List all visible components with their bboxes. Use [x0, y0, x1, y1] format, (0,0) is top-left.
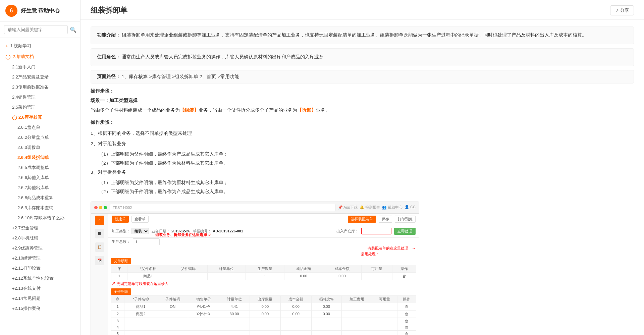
minus-icon: ◯ — [5, 54, 11, 59]
step3: 3、对于拆类业务 — [91, 168, 634, 177]
sidebar-item-print[interactable]: + 2.11打印设置 — [0, 263, 80, 273]
mock-btn-save[interactable]: 保存 — [379, 216, 392, 223]
sidebar-item-ops[interactable]: + 2.10经营管理 — [0, 253, 80, 263]
sidebar-item-video[interactable]: + 1.视频学习 — [0, 41, 80, 51]
step2b: （2）下部明细为子件明细，最终作为原材料生成其它出库单。 — [91, 159, 634, 168]
mock-top-toolbar: 新建单 查看单 选择装配清单 保存 打印预览 — [108, 214, 419, 225]
path-block: 页面路径： 1、库存核算->库存管理->组装拆卸单 2、首页->常用功能 — [91, 70, 634, 83]
path-text: 1、库存核算->库存管理->组装拆卸单 2、首页->常用功能 — [122, 74, 239, 79]
sidebar-item-docs[interactable]: ◯ 2.帮助文档 — [0, 51, 80, 62]
path-label: 页面路径： — [97, 74, 120, 79]
table-row: 5🗑 — [111, 330, 416, 335]
mock-warehouse-input[interactable] — [361, 228, 391, 234]
sidebar-item-cost-calc[interactable]: 2.6.8商品成本重算 — [0, 193, 80, 203]
mock-lower-table: 子件明细 序 *子件名称 子件编码 销售单价 计量单位 出 — [108, 287, 419, 335]
mock-upper-table-grid: 序 *父件名称 父件编码 计量单位 生产数量 成品金额 成本金额 可用量 操作 — [111, 265, 416, 280]
mock-confirm-btn[interactable]: 立即处理 — [394, 228, 416, 235]
table-row: 1 商品1 1 0.00 0.00 🗑 — [111, 272, 416, 280]
sidebar-item-newcomer[interactable]: 2.1新手入门 — [0, 62, 80, 72]
mock-count-label: 生产总数： — [112, 239, 130, 244]
mock-icon-4: 📅 — [95, 256, 104, 265]
plus-icon-ops: + — [12, 256, 15, 261]
main-content: 组装拆卸单 ↗ 分享 功能介绍： 组装拆卸单用来处理企业组装或拆卸等加工业务，支… — [80, 0, 644, 335]
main-header: 组装拆卸单 ↗ 分享 — [80, 0, 644, 20]
sidebar-item-coupon[interactable]: + 2.9优惠券管理 — [0, 243, 80, 253]
sidebar-item-split[interactable]: 2.6.2分量盘点单 — [0, 132, 80, 143]
sidebar-item-stock-check[interactable]: 2.6.9库存账本查询 — [0, 203, 80, 213]
sidebar-item-error[interactable]: 2.6.10库存账本错了么办 — [0, 213, 80, 223]
mock-upper-label: 父件明细 — [111, 258, 131, 264]
content-area: 功能介绍： 组装拆卸单用来处理企业组装或拆卸等加工业务，支持有固定装配清单的产品… — [80, 20, 644, 335]
mock-right-area: 新建单 查看单 选择装配清单 保存 打印预览 加工类型： — [108, 214, 419, 335]
mock-type-select[interactable]: 组装 拆卸 — [131, 228, 149, 234]
ops-title: 操作步骤： — [91, 88, 634, 94]
logo-icon: 6 — [5, 5, 17, 17]
intro-block: 功能介绍： 组装拆卸单用来处理企业组装或拆卸等加工业务，支持有固定装配清单的产品… — [91, 26, 634, 44]
scene1-title: 场景一：加工类型选择 — [91, 98, 634, 104]
mock-right-form-fields: 出入库仓库： 立即处理 — [246, 228, 416, 235]
step1: 1、根据不同的业务，选择不同单据的类型来处理 — [91, 129, 634, 138]
sidebar-item-inventory[interactable]: ◯ 2.6库存核算 — [0, 112, 80, 122]
table-row: 2 商品2 ¥小计~¥ 30.00 0.00 0.00 0.00 — [111, 310, 416, 318]
sidebar-logo: 6 好生意 帮助中心 — [0, 0, 80, 22]
plus-icon-coupon: + — [12, 246, 15, 251]
mock-warehouse-label: 出入库仓库： — [336, 229, 359, 234]
mock-tab-view[interactable]: 查看单 — [131, 216, 149, 223]
table-row: 4🗑 — [111, 324, 416, 330]
mock-count-input[interactable] — [133, 238, 160, 245]
search-input[interactable] — [4, 25, 68, 34]
scene1-desc: 当由多个子件材料组装成一个成品的业务为【组装】业务，当由一个父件拆分成多个子产品… — [91, 106, 634, 115]
sidebar-item-cost[interactable]: 2.6.5成本调整单 — [0, 163, 80, 173]
share-icon: ↗ — [615, 8, 619, 13]
sidebar-item-faq[interactable]: + 2.14常见问题 — [0, 293, 80, 303]
sidebar-item-other-in[interactable]: 2.6.6其他入库单 — [0, 173, 80, 183]
plus-icon: + — [5, 43, 8, 49]
search-button[interactable]: 🔍 — [70, 26, 76, 33]
sidebar-item-other-out[interactable]: 2.6.7其他出库单 — [0, 183, 80, 193]
screenshot-container: TEST-H002 📌 App下载 🔔 检测报告 👥 帮助中心 👤 CC ⌂ ☰ — [91, 202, 419, 335]
step3a: （1）上部明细为父件明细，最终作为原材料生成其它出库单； — [91, 178, 634, 187]
mock-tab-new[interactable]: 新建单 — [112, 216, 129, 223]
step2a: （1）上部明细为父件明细，最终作为产成品生成其它入库单； — [91, 150, 634, 159]
share-button[interactable]: ↗ 分享 — [610, 5, 634, 15]
sidebar-item-example[interactable]: + 2.15操作案例 — [0, 303, 80, 314]
mock-btn-select-bom[interactable]: 选择装配清单 — [348, 216, 376, 223]
sidebar-item-sales[interactable]: 2.4销售管理 — [0, 92, 80, 102]
plus-icon-finance: + — [12, 226, 15, 231]
mock-icon-2: ☰ — [95, 229, 104, 238]
sidebar: 6 好生意 帮助中心 🔍 + 1.视频学习 ◯ 2.帮助文档 2.1新手入门 2… — [0, 0, 80, 335]
role-label: 使用角色： — [97, 54, 120, 59]
page-title: 组装拆卸单 — [91, 5, 127, 15]
search-box: 🔍 — [0, 22, 80, 38]
role-block: 使用角色： 通常由生产人员或库管人员完成拆装业务的操作，库管人员确认原材料的出库… — [91, 48, 634, 66]
mock-url-bar: TEST-H002 — [110, 204, 335, 211]
sidebar-item-data[interactable]: 2.3使用前数据准备 — [0, 82, 80, 92]
sidebar-item-finance[interactable]: + 2.7资金管理 — [0, 223, 80, 233]
sidebar-item-adjust[interactable]: 2.6.3调拨单 — [0, 143, 80, 153]
mock-annotation-assembly: 组装业务、拆卸业务在这里选择 ↙ — [155, 232, 212, 237]
mock-form-area: 加工类型： 组装 拆卸 业务日期： 2019-12-26 — [108, 225, 419, 238]
sidebar-item-assembly[interactable]: 2.6.4组装拆卸单 — [0, 153, 80, 163]
role-text: 通常由生产人员或库管人员完成拆装业务的操作，库管人员确认原材料的出库和产成品的入… — [122, 54, 324, 59]
sidebar-item-install[interactable]: 2.2产品安装及登录 — [0, 72, 80, 82]
mock-app-shell: ⌂ ☰ 📋 📅 新建单 查看单 选择装配清单 保存 — [91, 214, 419, 335]
step2: 2、对于组装业务 — [91, 139, 634, 148]
mock-home-icon: ⌂ — [95, 216, 104, 225]
ops-steps-title: 操作步骤： — [91, 119, 634, 125]
sidebar-item-custom[interactable]: + 2.12系统个性化设置 — [0, 273, 80, 283]
mock-icon-3: 📋 — [95, 242, 104, 252]
sidebar-item-purchase[interactable]: 2.5采购管理 — [0, 102, 80, 112]
mock-bom-annotation: 有装配清单的在这里处理 → — [112, 245, 416, 252]
plus-icon-mobile: + — [12, 236, 15, 241]
plus-icon-print: + — [12, 266, 15, 271]
sidebar-item-mobile[interactable]: + 2.8手机旺铺 — [0, 233, 80, 243]
mock-lower-label: 子件明细 — [111, 288, 131, 295]
mock-upper-table: 父件明细 序 *父件名称 父件编码 计量单位 生产数量 成 — [108, 257, 419, 280]
mock-enable-annotation: 启用处理 ↑ — [108, 252, 379, 257]
mock-no-bom-annotation: ↗ 无固定清单可以组装在这里录入 — [112, 281, 416, 286]
intro-label: 功能介绍： — [97, 33, 120, 38]
sidebar-item-check[interactable]: 2.6.1盘点单 — [0, 122, 80, 132]
mock-btn-print[interactable]: 打印预览 — [395, 216, 416, 223]
plus-icon-custom: + — [12, 276, 15, 281]
sidebar-item-payment[interactable]: + 2.13在线支付 — [0, 283, 80, 293]
